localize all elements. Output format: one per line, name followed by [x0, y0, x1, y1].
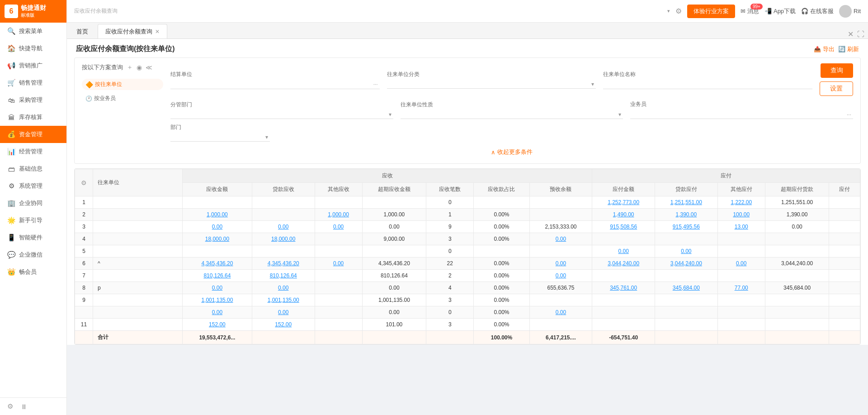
sidebar-item-system[interactable]: ⚙ 系统管理 [0, 177, 66, 195]
managing-dept-select[interactable]: ▾ [170, 110, 393, 119]
gear-icon[interactable]: ⚙ [675, 7, 682, 15]
ar-ratio: 0.00% [474, 209, 529, 221]
ar-loan: 810,126.64 [252, 270, 315, 282]
app-download-button[interactable]: 📲 App下载 [764, 7, 796, 15]
sidebar-item-finance[interactable]: 💰 资金管理 [0, 126, 66, 143]
partner-nature-arrow-icon[interactable]: ▾ [618, 111, 621, 118]
ar-count: 0 [426, 245, 474, 258]
main-content: 应收应付余额查询(按往来单位) 📤 导出 🔄 刷新 按以下方案查询 ＋ [67, 39, 868, 415]
user-avatar [839, 5, 852, 18]
ap-other-header: 其他应付 [717, 183, 765, 196]
row-no: 4 [75, 233, 93, 245]
guide-icon: 🌟 [7, 216, 15, 224]
partner-category-label: 往来单位分类 [387, 71, 596, 78]
partner-nature-label: 往来单位性质 [401, 101, 623, 109]
sidebar-item-ops[interactable]: 📊 经营管理 [0, 143, 66, 160]
settings-icon[interactable]: ⚙ [7, 402, 13, 410]
back-icon[interactable]: ≪ [146, 64, 152, 71]
refresh-icon: 🔄 [838, 46, 845, 52]
ar-count-header: 应收笔数 [426, 183, 474, 196]
managing-dept-arrow-icon[interactable]: ▾ [389, 111, 392, 118]
purchase-icon: 🛍 [7, 96, 15, 104]
sidebar-item-search[interactable]: 🔍 搜索菜单 [0, 23, 66, 40]
message-icon: ✉ [741, 8, 745, 14]
ar-other [315, 233, 362, 245]
partner-name-input[interactable] [603, 80, 812, 89]
sales-icon: 🛒 [7, 79, 15, 87]
settlement-unit-input-field[interactable] [172, 81, 373, 88]
ap-more [829, 196, 860, 209]
partner-name [93, 233, 183, 245]
ar-overdue: 0.00 [362, 306, 426, 319]
tab-close-window-icon[interactable]: ✕ [848, 30, 854, 38]
export-button[interactable]: 📤 导出 [814, 45, 835, 53]
row-no: 3 [75, 221, 93, 233]
expand-icon[interactable]: ⏸ [20, 403, 27, 410]
settlement-unit-dots-icon[interactable]: ··· [373, 81, 378, 87]
sidebar-item-member[interactable]: 👑 畅会员 [0, 263, 66, 281]
ar-ratio: 0.00% [474, 258, 529, 270]
total-row: 合计 19,553,472,6... 100.00% 6,417,215....… [75, 331, 860, 344]
sidebar-item-corp[interactable]: 🏢 企业协同 [0, 195, 66, 212]
sidebar-item-marketing[interactable]: 📢 营销推广 [0, 57, 66, 74]
online-service-button[interactable]: 🎧 在线客服 [801, 7, 834, 15]
option-salesman-label: 按业务员 [94, 95, 116, 102]
sidebar-item-label: 基础信息 [19, 165, 42, 173]
dept-arrow-icon[interactable]: ▾ [265, 134, 268, 140]
salesman-input[interactable]: ··· [630, 110, 853, 119]
ap-amount [592, 270, 655, 282]
ar-overdue: 4,345,436.20 [362, 258, 426, 270]
ap-other [717, 270, 765, 282]
ar-loan [252, 245, 315, 258]
sidebar-item-shortcut[interactable]: 🏠 快捷导航 [0, 40, 66, 57]
tab-home[interactable]: 首页 [69, 24, 96, 38]
partner-category-select[interactable]: ▾ [387, 80, 596, 89]
ap-overdue [765, 306, 829, 319]
dept-label: 部门 [170, 124, 270, 131]
settings-button[interactable]: 设置 [820, 81, 853, 96]
refresh-button[interactable]: 🔄 刷新 [838, 45, 859, 53]
edit-scheme-icon[interactable]: ◉ [137, 64, 142, 71]
ar-other [315, 270, 362, 282]
breadcrumb: 应收应付余额查询 [74, 7, 662, 15]
partner-nature-select[interactable]: ▾ [401, 110, 623, 119]
salesman-dots-icon[interactable]: ··· [847, 111, 851, 118]
partner-category-arrow-icon[interactable]: ▾ [591, 81, 594, 87]
sidebar-item-label: 营销推广 [19, 62, 42, 70]
total-ap-overdue [765, 331, 829, 344]
add-scheme-icon[interactable]: ＋ [127, 63, 133, 72]
tab-expand-icon[interactable]: ⛶ [857, 30, 864, 38]
sidebar-item-label: 采购管理 [19, 96, 42, 104]
marketing-icon: 📢 [7, 62, 15, 70]
tab-arbalance[interactable]: 应收应付余额查询 ✕ [98, 24, 167, 38]
dept-select[interactable]: ▾ [170, 133, 270, 142]
data-table: ⚙ 往来单位 应收 应付 应收金额 贷款应收 其他应收 超期应收金额 应收笔数 … [75, 169, 860, 344]
trial-button[interactable]: 体验行业方案 [687, 5, 735, 18]
partner-name-input-field[interactable] [605, 81, 811, 88]
query-option-partner[interactable]: 🔶 按往来单位 [82, 79, 163, 90]
ar-prepaid [529, 209, 592, 221]
sidebar-item-wechat[interactable]: 💬 企业微信 [0, 246, 66, 263]
sidebar-item-guide[interactable]: 🌟 新手引导 [0, 212, 66, 229]
salesman-input-field[interactable] [632, 111, 847, 118]
sidebar-item-hardware[interactable]: 📱 智能硬件 [0, 229, 66, 246]
settlement-unit-input[interactable]: ··· [170, 80, 380, 89]
collapse-button[interactable]: ∧ 收起更多条件 [491, 146, 533, 158]
ap-loan: 0.00 [655, 245, 718, 258]
table-settings-icon[interactable]: ⚙ [81, 179, 87, 186]
sidebar-item-sales[interactable]: 🛒 销售管理 [0, 74, 66, 91]
tab-close-icon[interactable]: ✕ [155, 29, 160, 35]
dropdown-arrow-icon[interactable]: ▾ [667, 8, 670, 14]
user-area[interactable]: Rit [839, 5, 861, 18]
ap-amount [592, 294, 655, 306]
ap-other: 77.00 [717, 282, 765, 294]
tab-bar-right: ✕ ⛶ [848, 30, 868, 38]
sidebar-item-base[interactable]: 🗃 基础信息 [0, 160, 66, 177]
sidebar-item-inventory[interactable]: 🏛 库存核算 [0, 109, 66, 126]
ar-prepaid: 0.00 [529, 233, 592, 245]
wechat-icon: 💬 [7, 251, 15, 259]
query-button[interactable]: 查询 [821, 63, 853, 78]
sidebar-item-purchase[interactable]: 🛍 采购管理 [0, 91, 66, 109]
message-button[interactable]: ✉ 消息 99+ [741, 7, 759, 15]
query-option-salesman[interactable]: 🕐 按业务员 [82, 93, 163, 104]
